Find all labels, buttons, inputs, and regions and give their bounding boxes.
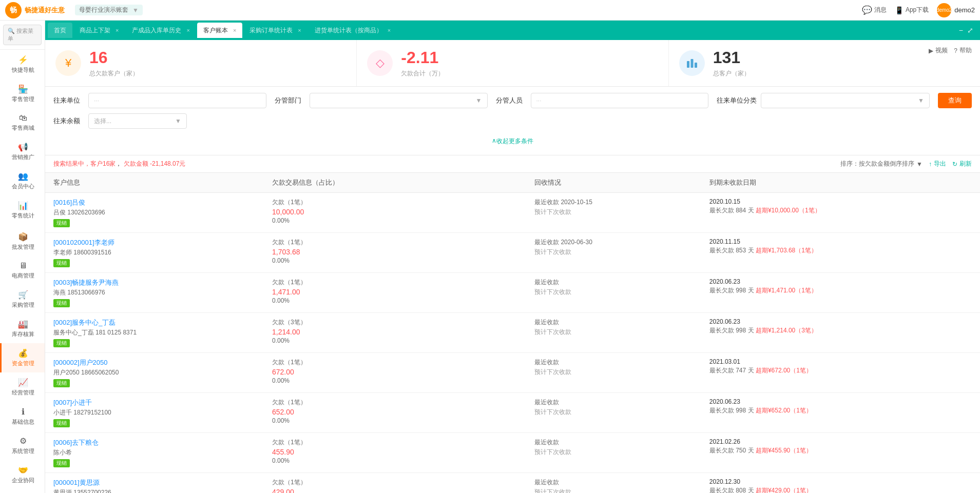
sidebar-item-purchase-mgmt[interactable]: 🛒 采购管理 [0, 285, 45, 314]
sidebar-item-retail-stats[interactable]: 📊 零售统计 [0, 195, 45, 225]
results-summary: 搜索结果中，客户16家， 欠款金额 -21,148.07元 [53, 160, 185, 168]
sidebar-item-marketing[interactable]: 📢 营销推广 [0, 137, 45, 166]
tab-minimize-button[interactable]: − [959, 26, 963, 34]
overdue-link-5[interactable]: 超期¥652.00（1笔） [756, 407, 812, 414]
filter-dept-select[interactable]: ▼ [310, 93, 488, 108]
app-header: 畅 畅捷通好生意 母婴行业演示账套 ▼ 💬 消息 📱 App下载 demo2 [0, 0, 980, 21]
customer-name-7[interactable]: [000001]黄思源 [53, 478, 272, 487]
video-icon: ▶ [929, 47, 933, 54]
tab-customer-account[interactable]: 客户账本 × [197, 23, 242, 38]
debt-amount-7: 429.00 [272, 488, 534, 493]
col-header-collection: 回收情况 [534, 178, 709, 187]
sidebar-item-ecommerce[interactable]: 🖥 电商管理 [0, 256, 45, 285]
sidebar-item-retail-mall[interactable]: 🛍 零售商城 [0, 108, 45, 137]
overdue-link-7[interactable]: 超期¥429.00（1笔） [756, 487, 812, 493]
sidebar-search-area: 🔍 搜索菜单 [0, 21, 45, 50]
collection-last-6: 最近收款 [534, 438, 709, 447]
sidebar-item-inventory[interactable]: 🏭 库存核算 [0, 314, 45, 343]
overdue-link-6[interactable]: 超期¥455.90（1笔） [756, 447, 812, 454]
retail-mall-icon: 🛍 [4, 113, 43, 123]
sidebar-item-basic-info[interactable]: ℹ 基础信息 [0, 402, 45, 431]
overdue-days-4: 最长欠款 747 天 超期¥672.00（1笔） [709, 366, 972, 375]
sidebar-item-member-center[interactable]: 👥 会员中心 [0, 166, 45, 195]
customer-name-4[interactable]: [000002]用户2050 [53, 358, 272, 367]
debt-amount-1: 1,703.68 [272, 248, 534, 256]
tab-purchase-product[interactable]: 进货单统计表（按商品） × [309, 23, 397, 38]
tab-close-product-history[interactable]: × [186, 27, 189, 33]
overdue-date-4: 2021.03.01 [709, 358, 972, 365]
tab-close-product-offshelf[interactable]: × [116, 27, 119, 33]
query-button[interactable]: 查询 [938, 93, 972, 108]
debt-ratio-1: 0.00% [272, 257, 534, 264]
debt-ratio-6: 0.00% [272, 457, 534, 464]
overdue-link-3[interactable]: 超期¥1,214.00（3笔） [756, 327, 817, 334]
overdue-days-2: 最长欠款 998 天 超期¥1,471.00（1笔） [709, 286, 972, 295]
tab-home[interactable]: 首页 [48, 23, 72, 38]
filter-source-unit-input[interactable]: ··· [88, 93, 266, 108]
customer-tag-3: 现销 [53, 339, 70, 347]
stat-icon-total [679, 50, 705, 76]
sidebar-search-button[interactable]: 🔍 搜索菜单 [3, 25, 42, 45]
customer-name-6[interactable]: [0006]去下粮仓 [53, 438, 272, 447]
tab-close-purchase-product[interactable]: × [388, 27, 391, 33]
tab-product-offshelf[interactable]: 商品上下架 × [73, 23, 125, 38]
table-row: [0006]去下粮仓 陈小希 现销 欠款（1笔） 455.90 0.00% 最近… [45, 433, 980, 473]
customer-name-2[interactable]: [0003]畅捷服务尹海燕 [53, 278, 272, 287]
sidebar-item-retail-mgmt[interactable]: 🏪 零售管理 [0, 79, 45, 108]
overdue-days-7: 最长欠款 808 天 超期¥429.00（1笔） [709, 486, 972, 493]
stats-row: ¥ 16 总欠款客户（家） ◇ -2.11 欠款合计（万） [45, 40, 980, 87]
customer-name-3[interactable]: [0002]服务中心_丁磊 [53, 318, 272, 327]
overdue-link-1[interactable]: 超期¥1,703.68（1笔） [756, 247, 817, 254]
sidebar-item-enterprise[interactable]: 🤝 企业协同 [0, 460, 45, 489]
customer-tag-4: 现销 [53, 379, 70, 387]
user-avatar-area[interactable]: demo2 demo2 [937, 3, 975, 17]
stat-num-amount: -2.11 [401, 48, 444, 67]
customer-name-5[interactable]: [0007]小进千 [53, 398, 272, 407]
overdue-link-0[interactable]: 超期¥10,000.00（1笔） [756, 207, 821, 214]
sidebar-item-newbie[interactable]: 🎯 新手引导 [0, 489, 45, 493]
customer-info-4: [000002]用户2050 用户2050 18665062050 现销 [53, 358, 272, 387]
debt-count-1: 欠款（1笔） [272, 238, 534, 247]
sidebar-item-quick-nav[interactable]: ⚡ 快捷导航 [0, 50, 45, 79]
filter-dept-label: 分管部门 [275, 96, 305, 105]
filter-unit-category-select[interactable]: ▼ [761, 93, 930, 108]
customer-contact-0: 吕俊 13026203696 [53, 208, 272, 217]
filter-balance-select[interactable]: 选择... ▼ [88, 113, 187, 129]
export-button[interactable]: ↑ 导出 [929, 160, 946, 168]
message-button[interactable]: 💬 消息 [862, 5, 887, 15]
sidebar-item-ops-mgmt[interactable]: 📈 经营管理 [0, 372, 45, 402]
sidebar-item-batch-mgmt[interactable]: 📦 批发管理 [0, 227, 45, 256]
help-button[interactable]: ? 帮助 [954, 46, 972, 55]
overdue-link-4[interactable]: 超期¥672.00（1笔） [756, 367, 812, 374]
collection-info-5: 最近收款 预计下次收款 [534, 398, 709, 417]
table-row: [0001020001]李老师 李老师 18600391516 现销 欠款（1笔… [45, 233, 980, 273]
tab-maximize-button[interactable]: ⤢ [967, 26, 973, 34]
sort-button[interactable]: 排序：按欠款金额倒序排序 ▼ [840, 160, 923, 168]
ops-mgmt-icon: 📈 [4, 378, 43, 387]
filter-person-input[interactable]: ··· [531, 93, 709, 108]
collection-last-2: 最近收款 [534, 278, 709, 287]
collection-info-4: 最近收款 预计下次收款 [534, 358, 709, 377]
filter-collapse-button[interactable]: ∧ 收起更多条件 [53, 134, 972, 149]
customer-tag-6: 现销 [53, 459, 70, 467]
sidebar-item-system-mgmt[interactable]: ⚙ 系统管理 [0, 431, 45, 460]
app-download-button[interactable]: 📱 App下载 [895, 6, 929, 14]
tab-purchase-summary[interactable]: 采购订单统计表 × [243, 23, 307, 38]
sidebar-item-capital-mgmt[interactable]: 💰 资金管理 [0, 343, 45, 372]
customer-name-1[interactable]: [0001020001]李老师 [53, 238, 272, 247]
overdue-link-2[interactable]: 超期¥1,471.00（1笔） [756, 287, 817, 294]
refresh-button[interactable]: ↻ 刷新 [952, 160, 972, 168]
debt-ratio-5: 0.00% [272, 417, 534, 424]
collection-next-1: 预计下次收款 [534, 248, 709, 257]
customer-name-0[interactable]: [0016]吕俊 [53, 198, 272, 207]
filter-balance: 往来余额 选择... ▼ [53, 113, 187, 129]
tab-close-purchase-summary[interactable]: × [298, 27, 301, 33]
customer-contact-7: 黄思源 13552700226 [53, 488, 272, 493]
refresh-icon: ↻ [952, 161, 957, 168]
tab-close-customer-account[interactable]: × [233, 27, 236, 33]
video-help-button[interactable]: ▶ 视频 [929, 46, 948, 55]
tab-product-history[interactable]: 产成品入库单历史 × [126, 23, 196, 38]
customer-contact-6: 陈小希 [53, 448, 272, 457]
stat-card-total: 131 总客户（家） ▶ 视频 ? 帮助 [669, 40, 980, 86]
table-row: [0016]吕俊 吕俊 13026203696 现销 欠款（1笔） 10,000… [45, 193, 980, 233]
